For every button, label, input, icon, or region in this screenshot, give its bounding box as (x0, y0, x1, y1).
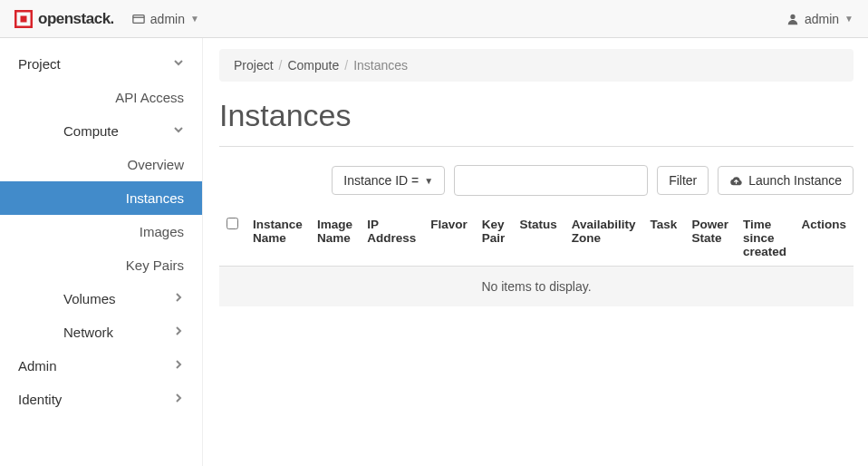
sidebar-item-key-pairs[interactable]: Key Pairs (0, 248, 202, 282)
domain-switcher[interactable]: admin ▼ (132, 12, 199, 26)
cloud-upload-icon (729, 175, 743, 187)
sidebar-item-label: API Access (115, 90, 184, 105)
instances-table: Instance Name Image Name IP Address Flav… (219, 210, 854, 306)
col-key-pair[interactable]: Key Pair (475, 210, 513, 267)
chevron-right-icon (173, 359, 184, 373)
sidebar-item-overview[interactable]: Overview (0, 148, 202, 181)
col-instance-name[interactable]: Instance Name (246, 210, 310, 267)
breadcrumb-separator: / (344, 58, 348, 73)
col-availability-zone[interactable]: Availability Zone (564, 210, 643, 267)
sidebar-item-network[interactable]: Network (0, 316, 202, 349)
sidebar-item-label: Network (63, 325, 113, 340)
table-header-row: Instance Name Image Name IP Address Flav… (219, 210, 854, 267)
sidebar-item-label: Images (140, 224, 184, 239)
sidebar-item-label: Instances (126, 190, 184, 206)
domain-icon (132, 13, 145, 25)
filter-field-label: Instance ID = (343, 173, 419, 188)
sidebar-item-label: Compute (63, 123, 119, 139)
sidebar-item-label: Overview (127, 157, 184, 172)
svg-rect-1 (21, 15, 27, 22)
filter-button[interactable]: Filter (657, 166, 709, 195)
svg-point-4 (790, 14, 795, 18)
col-time-since-created[interactable]: Time since created (736, 210, 794, 267)
col-power-state[interactable]: Power State (684, 210, 736, 267)
launch-button-label: Launch Instance (748, 173, 842, 188)
filter-field-dropdown[interactable]: Instance ID = ▼ (332, 166, 445, 195)
launch-instance-button[interactable]: Launch Instance (718, 166, 854, 195)
sidebar-item-label: Admin (18, 358, 57, 374)
chevron-down-icon (173, 57, 184, 71)
sidebar-item-label: Project (18, 56, 61, 72)
user-menu[interactable]: admin ▼ (786, 12, 854, 26)
col-task[interactable]: Task (643, 210, 685, 267)
openstack-logo-icon (14, 10, 33, 28)
col-ip-address[interactable]: IP Address (360, 210, 423, 267)
breadcrumb-separator: / (279, 58, 283, 73)
col-flavor[interactable]: Flavor (423, 210, 475, 267)
sidebar-item-compute[interactable]: Compute (0, 114, 202, 148)
brand-name: openstack. (38, 10, 114, 28)
sidebar-item-volumes[interactable]: Volumes (0, 282, 202, 316)
breadcrumb-compute[interactable]: Compute (287, 58, 339, 73)
select-all-checkbox[interactable] (227, 218, 238, 229)
col-status[interactable]: Status (512, 210, 564, 267)
sidebar-item-admin[interactable]: Admin (0, 349, 202, 383)
chevron-right-icon (173, 292, 184, 306)
sidebar-item-label: Volumes (63, 291, 116, 306)
col-actions: Actions (794, 210, 854, 267)
chevron-right-icon (173, 325, 184, 339)
topbar: openstack. admin ▼ admin ▼ (0, 0, 868, 38)
select-all-cell (219, 210, 246, 267)
breadcrumb-project[interactable]: Project (234, 58, 274, 73)
filter-button-label: Filter (669, 173, 697, 188)
page-title: Instances (219, 98, 854, 133)
toolbar: Instance ID = ▼ Filter Launch Instance (219, 165, 854, 196)
table-empty-message: No items to display. (219, 267, 854, 307)
chevron-down-icon (173, 124, 184, 138)
sidebar-item-images[interactable]: Images (0, 215, 202, 248)
sidebar-item-label: Identity (18, 392, 62, 407)
sidebar-item-label: Key Pairs (126, 257, 184, 273)
caret-down-icon: ▼ (190, 14, 199, 24)
sidebar: Project API Access Compute Overview Inst… (0, 38, 203, 466)
table-empty-row: No items to display. (219, 267, 854, 307)
user-label: admin (805, 12, 839, 26)
content: Project / Compute / Instances Instances … (203, 38, 868, 466)
breadcrumb-instances: Instances (353, 58, 408, 73)
title-divider (219, 146, 854, 147)
sidebar-item-api-access[interactable]: API Access (0, 81, 202, 114)
user-icon (786, 13, 799, 25)
sidebar-item-instances[interactable]: Instances (0, 181, 202, 215)
sidebar-item-project[interactable]: Project (0, 47, 202, 81)
col-image-name[interactable]: Image Name (310, 210, 360, 267)
chevron-right-icon (173, 393, 184, 406)
svg-rect-2 (133, 15, 144, 23)
caret-down-icon: ▼ (424, 176, 433, 186)
domain-label: admin (150, 12, 185, 26)
breadcrumb: Project / Compute / Instances (219, 49, 854, 82)
sidebar-item-identity[interactable]: Identity (0, 383, 202, 416)
filter-input[interactable] (454, 165, 648, 196)
caret-down-icon: ▼ (844, 14, 854, 24)
brand-logo[interactable]: openstack. (14, 10, 114, 28)
